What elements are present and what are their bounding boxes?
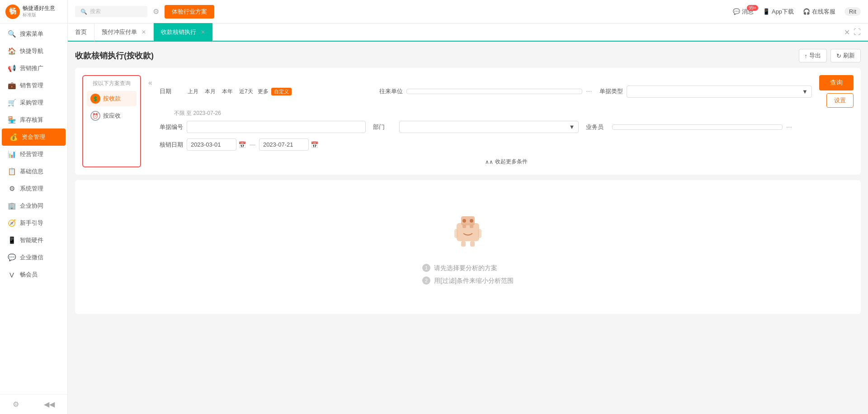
sidebar-nav: 🔍 搜索菜单 🏠 快捷导航 📢 营销推广 💼 销售管理 🛒 采购管理 🏪 库存核…	[0, 24, 67, 394]
operations-icon: 📊	[7, 150, 16, 158]
sidebar-item-weixin[interactable]: 💬 企业微信	[0, 249, 67, 266]
tab-home[interactable]: 首页	[68, 23, 94, 41]
sidebar-item-finance[interactable]: 💰 资金管理	[2, 128, 66, 146]
sidebar-item-sales[interactable]: 💼 销售管理	[0, 77, 67, 94]
counterpart-filter: 往来单位 ···	[379, 87, 592, 95]
shortcut-more[interactable]: 更多	[258, 88, 269, 95]
shortcut-this-month[interactable]: 本月	[203, 87, 217, 96]
collapse-more-button[interactable]: ∧∧ 收起更多条件	[480, 156, 533, 167]
svg-rect-7	[478, 229, 481, 238]
sidebar-item-quicknav[interactable]: 🏠 快捷导航	[0, 43, 67, 60]
docno-input[interactable]	[187, 121, 366, 133]
doctype-chevron: ▼	[802, 88, 808, 95]
brand-name: 畅捷通好生意	[23, 5, 55, 12]
tab-prepay-close[interactable]: ✕	[142, 29, 146, 35]
topbar-gear-icon[interactable]: ⚙	[153, 7, 159, 16]
svg-rect-9	[470, 241, 475, 247]
verify-date-end-input[interactable]	[259, 138, 309, 151]
sidebar-item-system[interactable]: ⚙ 系统管理	[0, 180, 67, 197]
svg-point-2	[462, 219, 466, 223]
sidebar-item-label-finance: 资金管理	[22, 133, 45, 141]
message-badge: 99+	[747, 5, 758, 11]
collapse-sidebar-icon[interactable]: ◀◀	[40, 398, 58, 410]
doctype-select[interactable]: ▼	[627, 86, 812, 98]
user-menu[interactable]: Rit	[844, 7, 861, 16]
receivable-icon: ⏰	[90, 111, 100, 121]
message-button[interactable]: 💬 消息 99+	[733, 8, 754, 16]
expand-icon[interactable]: ⛶	[854, 28, 861, 36]
staff-more-btn[interactable]: ···	[786, 123, 792, 131]
sidebar-item-basicinfo[interactable]: 📋 基础信息	[0, 163, 67, 180]
query-button[interactable]: 查询	[819, 75, 854, 90]
shortcut-7days[interactable]: 近7天	[237, 87, 255, 96]
hint-item-1: 1 请先选择要分析的方案	[422, 262, 514, 274]
refresh-button[interactable]: ↻ 刷新	[830, 49, 861, 62]
sidebar-item-inventory[interactable]: 🏪 库存核算	[0, 111, 67, 128]
headset-icon: 🎧	[803, 8, 810, 15]
filter-option-by-receipt[interactable]: 💲 按收款	[87, 91, 137, 106]
sidebar-item-label-operations: 经营管理	[20, 150, 43, 158]
topbar-search-box[interactable]: 🔍 搜索	[75, 6, 147, 17]
topbar-right: 💬 消息 99+ 📱 App下载 🎧 在线客服 Rit	[733, 7, 861, 16]
calendar-start-icon[interactable]: 📅	[238, 141, 246, 148]
collapse-sidebar-btn[interactable]: «	[146, 77, 154, 89]
filter-row-3: 核销日期 📅 — 📅	[160, 138, 854, 151]
dept-select[interactable]: ▼	[399, 121, 579, 133]
tab-home-label: 首页	[75, 28, 87, 36]
shortcut-this-year[interactable]: 本年	[220, 87, 235, 96]
sidebar-item-guide[interactable]: 🧭 新手引导	[0, 214, 67, 232]
tab-collection-close[interactable]: ✕	[201, 29, 205, 35]
filter-form: 日期 上月 本月 本年 近7天 更多 自定义	[160, 75, 854, 167]
svg-rect-5	[470, 224, 473, 228]
shortcut-last-month[interactable]: 上月	[186, 87, 200, 96]
online-service-button[interactable]: 🎧 在线客服	[803, 8, 835, 16]
doctype-filter: 单据类型 ▼	[599, 86, 812, 98]
counterpart-more-btn[interactable]: ···	[586, 87, 592, 95]
counterpart-input[interactable]	[406, 89, 582, 94]
sidebar-item-label-guide: 新手引导	[20, 219, 43, 227]
sidebar-item-label-basicinfo: 基础信息	[20, 167, 43, 176]
settings-button[interactable]: 设置	[826, 93, 854, 108]
doctype-label: 单据类型	[599, 87, 623, 95]
export-button[interactable]: ↑ 导出	[799, 49, 827, 62]
settings-icon[interactable]: ⚙	[9, 398, 23, 410]
custom-date-tag[interactable]: 自定义	[271, 88, 292, 95]
sidebar-item-search[interactable]: 🔍 搜索菜单	[0, 25, 67, 43]
search-icon: 🔍	[7, 30, 16, 38]
sidebar-item-purchase[interactable]: 🛒 采购管理	[0, 94, 67, 111]
close-window-icon[interactable]: ✕	[844, 28, 850, 37]
calendar-end-icon[interactable]: 📅	[311, 141, 318, 148]
sidebar-item-member[interactable]: V 畅会员	[0, 266, 67, 283]
receipt-icon: 💲	[90, 94, 100, 104]
filter-sidebar-title: 按以下方案查询	[87, 80, 137, 87]
member-icon: V	[7, 271, 16, 279]
sidebar-item-enterprise[interactable]: 🏢 企业协同	[0, 197, 67, 214]
filter-option-by-receivable[interactable]: ⏰ 按应收	[87, 108, 137, 124]
sidebar-item-operations[interactable]: 📊 经营管理	[0, 146, 67, 163]
enterprise-icon: 🏢	[7, 202, 16, 210]
staff-label: 业务员	[586, 123, 609, 131]
hint-num-2: 2	[422, 276, 430, 285]
verify-date-end-group: 📅	[259, 138, 318, 151]
tab-prepay[interactable]: 预付冲应付单 ✕	[94, 23, 154, 41]
marketing-icon: 📢	[7, 64, 16, 72]
sidebar-item-marketing[interactable]: 📢 营销推广	[0, 60, 67, 77]
sidebar-item-label-system: 系统管理	[20, 185, 43, 193]
date-group: 上月 本月 本年 近7天 更多 自定义	[186, 87, 372, 96]
tab-collection[interactable]: 收款核销执行 ✕	[154, 23, 213, 41]
docno-label: 单据编号	[160, 123, 183, 131]
docno-filter: 单据编号	[160, 121, 366, 133]
solution-button[interactable]: 体验行业方案	[165, 5, 214, 19]
sidebar-bottom: ⚙ ◀◀	[0, 394, 67, 414]
sidebar-item-hardware[interactable]: 📱 智能硬件	[0, 232, 67, 249]
verify-date-start-input[interactable]	[187, 138, 236, 151]
tab-collection-label: 收款核销执行	[161, 28, 196, 36]
page-title: 收款核销执行(按收款)	[75, 50, 154, 61]
staff-input[interactable]	[612, 124, 782, 130]
sidebar: 畅 畅捷通好生意 标准版 🔍 搜索菜单 🏠 快捷导航 📢 营销推广 💼 销售管理…	[0, 0, 68, 414]
app-download-button[interactable]: 📱 App下载	[763, 8, 794, 16]
brand-edition: 标准版	[23, 12, 55, 18]
weixin-icon: 💬	[7, 253, 16, 262]
filter-row-2: 单据编号 部门 ▼ 业务员 ···	[160, 121, 854, 133]
filter-panel: 按以下方案查询 💲 按收款 ⏰ 按应收 « 日期	[75, 68, 861, 175]
